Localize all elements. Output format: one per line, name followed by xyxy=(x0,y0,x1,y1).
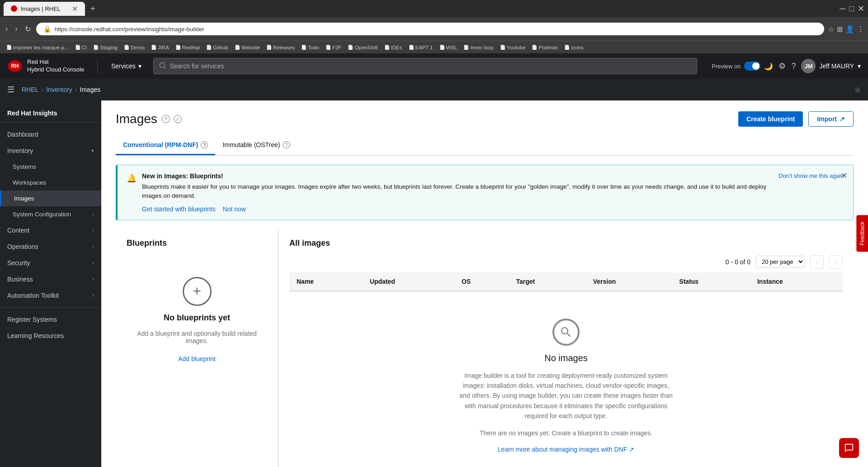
bookmark-redhat[interactable]: 📄RedHat xyxy=(173,44,203,51)
sidebar-item-systems[interactable]: Systems xyxy=(0,159,101,175)
bookmark-openshift[interactable]: 📄OpenShift xyxy=(345,44,380,51)
preview-switch[interactable] xyxy=(744,62,760,71)
blueprint-empty-state: + No blueprints yet Add a blueprint and … xyxy=(127,259,267,381)
sidebar-item-dashboard[interactable]: Dashboard xyxy=(0,126,101,143)
pagination-select[interactable]: 20 per page 50 per page xyxy=(756,256,805,268)
support-widget[interactable] xyxy=(839,438,859,458)
add-blueprint-link[interactable]: Add blueprint xyxy=(178,355,216,362)
bookmark-f2f[interactable]: 📄F2F xyxy=(323,44,344,51)
no-images-cta: There are no images yet. Create a bluepr… xyxy=(480,428,652,438)
import-button[interactable]: Import ↗ xyxy=(808,111,854,127)
sidebar-item-content[interactable]: Content › xyxy=(0,222,101,238)
bookmark-icons[interactable]: 📄Icons xyxy=(561,44,586,51)
bookmark-github[interactable]: 📄Github xyxy=(203,44,231,51)
tab-conventional[interactable]: Conventional (RPM-DNF) ? xyxy=(116,136,215,155)
dismiss-link[interactable]: Don't show me this again xyxy=(778,172,844,179)
sidebar-item-register-systems[interactable]: Register Systems xyxy=(0,311,101,328)
bookmark-todo[interactable]: 📄Todo xyxy=(298,44,322,51)
window-close-button[interactable]: ✕ xyxy=(858,4,864,14)
sidebar-item-learning-resources[interactable]: Learning Resources xyxy=(0,328,101,344)
bookmark-demo[interactable]: 📄Demo xyxy=(121,44,147,51)
sidebar-divider-1 xyxy=(0,122,101,123)
bookmark-releases[interactable]: 📄Releases xyxy=(264,44,297,51)
split-content: Blueprints + No blueprints yet Add a blu… xyxy=(116,229,854,467)
help-circle-icon[interactable]: ? xyxy=(162,115,170,123)
col-name: Name xyxy=(289,272,363,291)
business-chevron-icon: › xyxy=(92,276,94,282)
url-text: https://console.redhat.com/preview/insig… xyxy=(55,26,204,33)
tab-immutable[interactable]: Immutable (OSTree) ? xyxy=(215,136,297,155)
sidebar-item-inventory[interactable]: Inventory ▾ xyxy=(0,143,101,159)
sidebar-item-automation-toolkit[interactable]: Automation Toolkit › xyxy=(0,287,101,304)
no-images-title: No images xyxy=(544,353,588,363)
profile-icon[interactable]: 👤 xyxy=(845,25,854,33)
new-tab-button[interactable]: + xyxy=(87,4,99,14)
bookmark-jira[interactable]: 📄JIRA xyxy=(148,44,172,51)
create-blueprint-button[interactable]: Create blueprint xyxy=(738,111,803,127)
alert-close-button[interactable]: ✕ xyxy=(841,171,848,181)
support-icon xyxy=(844,443,854,453)
next-page-button[interactable]: › xyxy=(829,255,843,269)
moon-icon: 🌙 xyxy=(764,62,773,71)
breadcrumb-inventory[interactable]: Inventory xyxy=(46,86,72,93)
search-input[interactable] xyxy=(170,62,691,70)
bookmark-importer[interactable]: 📄Importer les marque-p... xyxy=(4,44,71,51)
bookmark-podman[interactable]: 📄Podman xyxy=(529,44,561,51)
table-head: Name Updated OS Target Version Status In… xyxy=(289,272,843,291)
feedback-button[interactable]: Feedback xyxy=(857,215,868,252)
browser-tabs: Images | RHEL ✕ + ─ □ ✕ xyxy=(0,0,868,17)
window-minimize-button[interactable]: ─ xyxy=(840,4,845,14)
sidebar-item-workspaces[interactable]: Workspaces xyxy=(0,175,101,191)
bookmark-ides[interactable]: 📄IDEs xyxy=(382,44,405,51)
sidebar-item-system-configuration[interactable]: System Configuration › xyxy=(0,206,101,222)
sidebar-item-images[interactable]: Images xyxy=(0,191,101,206)
help-icon[interactable]: ? xyxy=(791,62,796,71)
system-config-chevron-icon: › xyxy=(92,211,94,218)
services-button[interactable]: Services ▾ xyxy=(107,60,146,72)
no-blueprints-subtitle: Add a blueprint and optionally build rel… xyxy=(134,330,260,344)
hamburger-icon[interactable]: ☰ xyxy=(7,85,14,95)
tab-conventional-help-icon[interactable]: ? xyxy=(201,141,208,148)
bookmark-youtube[interactable]: 📄Youtube xyxy=(497,44,528,51)
info-circle-icon[interactable]: ⤢ xyxy=(174,115,182,123)
blueprints-panel: Blueprints + No blueprints yet Add a blu… xyxy=(116,229,278,467)
learn-more-link[interactable]: Learn more about managing images with DN… xyxy=(498,446,634,453)
user-menu[interactable]: JM Jeff MAURY ▾ xyxy=(801,59,861,73)
tab-close-button[interactable]: ✕ xyxy=(72,5,78,13)
url-bar[interactable]: 🔒 https://console.redhat.com/preview/ins… xyxy=(36,23,824,35)
external-link-icon: ↗ xyxy=(629,446,634,453)
bookmark-innerloop[interactable]: 📄Inner loop xyxy=(461,44,496,51)
sidebar-app-title: Red Hat Insights xyxy=(0,104,101,119)
prev-page-button[interactable]: ‹ xyxy=(810,255,824,269)
browser-tab-active[interactable]: Images | RHEL ✕ xyxy=(4,2,85,16)
tab-immutable-help-icon[interactable]: ? xyxy=(283,141,290,148)
forward-button[interactable]: › xyxy=(13,23,19,35)
not-now-link[interactable]: Not now xyxy=(223,205,246,213)
sidebar-item-security[interactable]: Security › xyxy=(0,255,101,271)
back-button[interactable]: ‹ xyxy=(4,23,9,35)
extension-icon[interactable]: ⊞ xyxy=(837,25,843,33)
sidebar-item-operations[interactable]: Operations › xyxy=(0,238,101,255)
search-icon xyxy=(159,62,166,70)
get-started-link[interactable]: Get started with blueprints xyxy=(142,205,216,213)
col-status: Status xyxy=(672,272,750,291)
add-blueprint-icon[interactable]: + xyxy=(183,277,212,306)
sidebar-item-business[interactable]: Business › xyxy=(0,271,101,287)
browser-chrome: Images | RHEL ✕ + ─ □ ✕ ‹ › ↻ 🔒 https://… xyxy=(0,0,868,41)
settings-icon[interactable]: ⚙ xyxy=(778,61,786,71)
menu-icon[interactable]: ⋮ xyxy=(857,25,864,33)
reload-button[interactable]: ↻ xyxy=(23,23,33,35)
window-maximize-button[interactable]: □ xyxy=(849,4,854,14)
content-chevron-icon: › xyxy=(92,227,94,234)
bookmark-eap[interactable]: 📄EAP7.1 xyxy=(406,44,436,51)
bookmark-website[interactable]: 📄Website xyxy=(232,44,263,51)
star-icon[interactable]: ☆ xyxy=(854,86,861,94)
bookmark-icon[interactable]: ☆ xyxy=(828,25,834,33)
bookmark-wsl[interactable]: 📄WSL xyxy=(437,44,460,51)
bookmark-ci[interactable]: 📄CI xyxy=(72,44,90,51)
search-bar[interactable] xyxy=(153,58,697,74)
lock-icon: 🔒 xyxy=(43,25,51,33)
bookmark-staging[interactable]: 📄Staging xyxy=(90,44,120,51)
services-chevron-icon: ▾ xyxy=(138,62,142,70)
breadcrumb-rhel[interactable]: RHEL xyxy=(22,86,38,93)
